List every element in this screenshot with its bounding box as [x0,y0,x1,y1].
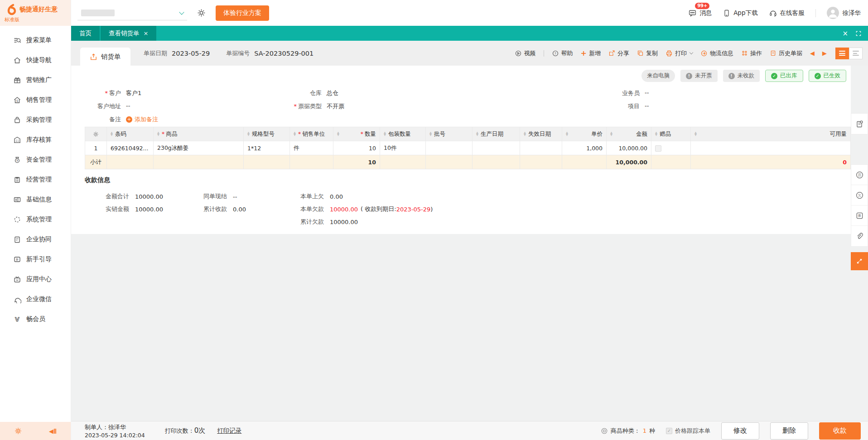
doc-date-value: 2023-05-29 [172,50,210,57]
logistics-button[interactable]: 物流信息 [700,49,733,57]
unpaid-label: 未收款 [738,72,755,80]
customer-value[interactable]: 客户1 [126,89,141,97]
doc-type-tab[interactable]: 销货单 [80,48,130,66]
shipped-badge: ✓ 已出库 [765,70,803,82]
invoice-type-value[interactable]: 不开票 [327,102,344,110]
try-industry-solution-button[interactable]: 体验行业方案 [216,5,269,21]
sidebar-item-inventory[interactable]: 库存核算 [0,130,71,150]
sidebar-item-purchase[interactable]: 采购管理 [0,110,71,130]
sort-icon[interactable]: ▲▼ [157,132,159,136]
sort-icon[interactable]: ▲▼ [655,132,657,136]
history-price-button[interactable]: 历 [851,165,868,185]
close-all-icon[interactable]: × [842,29,848,38]
header-product[interactable]: ▲▼*商品 [154,127,244,141]
sidebar-item-newbie-guide[interactable]: 新 新手引导 [0,249,71,269]
collapse-sidebar-icon[interactable]: ◀ [49,428,56,435]
total-received-label: 累计收款 [188,205,227,213]
sidebar-item-operations[interactable]: 经营管理 [0,170,71,190]
list-view-button[interactable] [835,48,849,59]
gift-checkbox[interactable] [655,145,661,152]
print-log-link[interactable]: 打印记录 [217,427,241,435]
video-button[interactable]: 视频 [515,49,536,57]
sidebar-item-marketing[interactable]: 营销推广 [0,70,71,90]
messages-link[interactable]: 消息 99+ [688,9,712,17]
warehouse-value[interactable]: 总仓 [327,89,338,97]
sort-icon[interactable]: ▲▼ [429,132,432,136]
price-track-checkbox[interactable]: ✓ [666,428,672,434]
card-view-button[interactable] [849,48,863,59]
header-exp-date[interactable]: ▲▼失效日期 [520,127,562,141]
sort-icon[interactable]: ▲▼ [111,132,113,136]
history-button[interactable]: 历史单据 [770,49,802,57]
sidebar-item-search-menu[interactable]: 搜索菜单 [0,30,71,50]
close-tab-icon[interactable]: × [144,30,149,37]
header-pack-qty[interactable]: ▲▼包装数量 [380,127,426,141]
sidebar-item-sales[interactable]: $ 销售管理 [0,90,71,110]
cell-gift [651,141,691,155]
header-price[interactable]: ▲▼单价 [562,127,607,141]
app-download-link[interactable]: App下载 [723,9,757,17]
settings-gear-icon[interactable] [14,427,22,435]
sort-icon[interactable]: ▲▼ [610,132,612,136]
sidebar-item-funds[interactable]: ¥ 资金管理 [0,150,71,170]
doc-date-label: 单据日期 [144,49,167,57]
sku-count-value: 1 [643,427,646,434]
sidebar-item-base-info[interactable]: 基础信息 [0,190,71,210]
header-barcode[interactable]: ▲▼条码 [107,127,154,141]
header-amount[interactable]: ▲▼金额 [607,127,651,141]
sidebar-item-collaboration[interactable]: 企业协同 [0,230,71,249]
sort-icon[interactable]: ▲▼ [337,132,339,136]
modify-button[interactable]: 修改 [721,422,759,440]
sort-icon[interactable]: ▲▼ [694,132,697,136]
tab-home[interactable]: 首页 [71,26,100,41]
sidebar-item-system[interactable]: 系统管理 [0,210,71,230]
add-button[interactable]: + 新增 [581,49,601,57]
sort-icon[interactable]: ▲▼ [247,132,250,136]
current-due-value: 10000.00 [330,206,358,213]
delete-button[interactable]: 删除 [770,422,808,440]
doc-note-button[interactable] [851,114,868,134]
copy-button[interactable]: 复制 [637,49,658,57]
table-row[interactable]: 1 692610492... 230g冰醋姜 1*12 件 10 10件 1,0… [85,141,851,155]
online-service-link[interactable]: 在线客服 [769,9,805,17]
column-settings-header[interactable] [85,127,107,141]
copy-label: 复制 [646,49,658,57]
header-unit[interactable]: ▲▼*销售单位 [290,127,333,141]
add-remark-button[interactable]: + 添加备注 [126,115,158,124]
sidebar-item-app-center[interactable]: 应用中心 [0,269,71,289]
doc-number-value: SA-20230529-001 [254,50,313,57]
sort-icon[interactable]: ▲▼ [524,132,526,136]
actions-button[interactable]: 操作 [741,49,762,57]
next-doc-icon[interactable]: ▶ [822,50,827,57]
header-gift[interactable]: ▲▼赠品 [651,127,691,141]
sidebar-item-quick-nav[interactable]: 快捷导航 [0,50,71,70]
header-mfg-date[interactable]: ▲▼生产日期 [473,127,520,141]
topbar-gear-icon[interactable] [197,9,206,17]
tab-view-sales-order[interactable]: 查看销货单 × [101,26,156,41]
svg-text:欠: 欠 [858,193,861,197]
org-select[interactable] [77,6,187,20]
share-button[interactable]: 分享 [608,49,629,57]
header-batch[interactable]: ▲▼批号 [426,127,473,141]
arrears-button[interactable]: 欠 [851,185,868,206]
sort-icon[interactable]: ▲▼ [384,132,386,136]
user-menu[interactable]: 徐泽华 [827,7,861,19]
prev-doc-icon[interactable]: ◀ [810,50,815,57]
fullscreen-icon[interactable] [855,30,862,37]
subtotal-qty: 10 [333,155,380,169]
expand-panel-button[interactable] [851,252,868,270]
help-button[interactable]: ? 帮助 [552,49,573,57]
header-qty[interactable]: ▲▼*数量 [333,127,380,141]
print-button[interactable]: 打印 [665,49,693,57]
header-spec[interactable]: ▲▼规格型号 [244,127,290,141]
message-bubble-icon [688,9,697,17]
sort-icon[interactable]: ▲▼ [294,132,296,136]
attachment-button[interactable] [851,226,868,246]
header-available[interactable]: ▲▼可用量 [691,127,851,141]
receive-payment-button[interactable]: 收款 [819,422,861,440]
coupon-button[interactable]: 券 [851,206,868,226]
sidebar-item-wechat[interactable]: 企业微信 [0,289,71,309]
sort-icon[interactable]: ▲▼ [476,132,478,136]
sidebar-item-member[interactable]: V 畅会员 [0,309,71,329]
sort-icon[interactable]: ▲▼ [566,132,568,136]
